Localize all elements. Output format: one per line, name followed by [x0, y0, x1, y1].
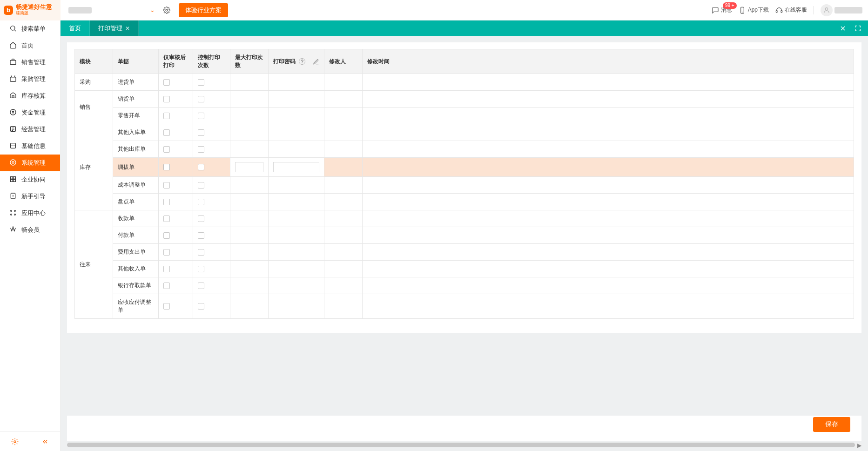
modify-time-cell	[363, 141, 854, 158]
home-icon	[9, 41, 17, 50]
only-audit-checkbox[interactable]	[163, 79, 170, 86]
close-all-tabs-button[interactable]	[837, 23, 848, 34]
control-checkbox[interactable]	[198, 215, 204, 222]
modifier-cell	[324, 227, 363, 244]
user-menu[interactable]	[821, 4, 862, 16]
industry-plan-button[interactable]: 体验行业方案	[179, 3, 228, 17]
content-scroll[interactable]: 模块 单据 仅审核后打印 控制打印次数 最大打印次数 打印密码 ?	[61, 36, 868, 416]
print-management-panel: 模块 单据 仅审核后打印 控制打印次数 最大打印次数 打印密码 ?	[67, 42, 861, 333]
svg-rect-15	[11, 143, 16, 148]
only-audit-checkbox[interactable]	[163, 182, 170, 188]
max-times-cell	[230, 158, 269, 177]
footer-bar: 保存	[67, 416, 861, 441]
top-header: b 畅捷通好生意 臻简版 ⌄ 体验行业方案 消息 99 + App下载 在线客服	[0, 0, 868, 20]
sidebar-item-guide[interactable]: 新手引导	[0, 188, 60, 205]
company-name-blur	[68, 7, 92, 13]
control-checkbox[interactable]	[198, 266, 204, 272]
app-download-button[interactable]: App下载	[739, 6, 769, 14]
only-audit-checkbox[interactable]	[163, 232, 170, 239]
control-checkbox[interactable]	[198, 164, 204, 170]
sidebar-item-vip[interactable]: 畅会员	[0, 222, 60, 238]
control-checkbox[interactable]	[198, 129, 204, 136]
tab-close-icon[interactable]: ✕	[125, 25, 130, 32]
table-row: 其他出库单	[75, 141, 854, 158]
control-checkbox[interactable]	[198, 182, 204, 188]
svg-point-27	[11, 214, 12, 215]
control-checkbox[interactable]	[198, 96, 204, 102]
control-checkbox[interactable]	[198, 79, 204, 86]
help-icon[interactable]: ?	[299, 58, 305, 65]
modify-time-cell	[363, 261, 854, 277]
only-audit-checkbox[interactable]	[163, 146, 170, 153]
sidebar-item-basic[interactable]: 基础信息	[0, 138, 60, 155]
only-audit-cell	[159, 194, 193, 210]
control-checkbox[interactable]	[198, 146, 204, 153]
online-service-button[interactable]: 在线客服	[775, 6, 807, 14]
scrollbar-thumb[interactable]	[67, 443, 855, 447]
module-cell: 销售	[75, 91, 113, 124]
password-cell	[269, 244, 324, 261]
control-checkbox[interactable]	[198, 113, 204, 119]
control-checkbox[interactable]	[198, 303, 204, 310]
batch-edit-button[interactable]	[313, 58, 319, 65]
only-audit-checkbox[interactable]	[163, 215, 170, 222]
password-cell	[269, 108, 324, 124]
control-checkbox[interactable]	[198, 249, 204, 256]
only-audit-cell	[159, 74, 193, 91]
tab-打印管理[interactable]: 打印管理✕	[90, 20, 139, 36]
sidebar-item-appcenter[interactable]: 应用中心	[0, 205, 60, 222]
svg-rect-22	[13, 179, 16, 182]
only-audit-checkbox[interactable]	[163, 129, 170, 136]
svg-point-24	[13, 195, 13, 196]
password-cell	[269, 124, 324, 141]
sidebar-settings-button[interactable]	[0, 431, 30, 451]
tab-首页[interactable]: 首页	[61, 20, 90, 36]
sidebar-item-purchase[interactable]: 采购管理	[0, 71, 60, 88]
only-audit-checkbox[interactable]	[163, 266, 170, 272]
sidebar: 搜索菜单首页销售管理采购管理库存核算资金管理经营管理基础信息系统管理企业协同新手…	[0, 20, 61, 451]
scrollbar-arrow-right[interactable]: ▶	[857, 442, 861, 449]
only-audit-checkbox[interactable]	[163, 283, 170, 289]
sidebar-item-sales[interactable]: 销售管理	[0, 54, 60, 71]
sidebar-item-fund[interactable]: 资金管理	[0, 104, 60, 121]
max-times-input[interactable]	[235, 162, 263, 172]
sidebar-item-home[interactable]: 首页	[0, 37, 60, 54]
only-audit-checkbox[interactable]	[163, 249, 170, 256]
fund-icon	[9, 108, 17, 117]
purchase-icon	[9, 75, 17, 84]
tab-label: 首页	[69, 24, 81, 33]
brand-logo[interactable]: b 畅捷通好生意 臻简版	[0, 0, 61, 20]
sidebar-item-system[interactable]: 系统管理	[0, 155, 60, 171]
sidebar-collapse-button[interactable]	[30, 431, 60, 451]
only-audit-checkbox[interactable]	[163, 199, 170, 205]
control-checkbox[interactable]	[198, 283, 204, 289]
only-audit-cell	[159, 210, 193, 227]
settings-button[interactable]	[160, 4, 173, 17]
modify-time-cell	[363, 210, 854, 227]
modifier-cell	[324, 124, 363, 141]
messages-badge: 99 +	[723, 2, 737, 9]
modifier-cell	[324, 158, 363, 177]
horizontal-scrollbar[interactable]: ▶	[67, 443, 861, 448]
max-times-cell	[230, 294, 269, 319]
svg-point-5	[825, 7, 828, 10]
company-selector[interactable]: ⌄	[65, 3, 158, 17]
only-audit-checkbox[interactable]	[163, 96, 170, 102]
sidebar-item-search[interactable]: 搜索菜单	[0, 20, 60, 37]
save-button[interactable]: 保存	[813, 417, 850, 432]
sidebar-item-collab[interactable]: 企业协同	[0, 171, 60, 188]
bill-cell: 调拔单	[113, 158, 159, 177]
messages-button[interactable]: 消息 99 +	[712, 6, 732, 14]
sidebar-item-operation[interactable]: 经营管理	[0, 121, 60, 138]
control-checkbox[interactable]	[198, 232, 204, 239]
sidebar-item-stock[interactable]: 库存核算	[0, 88, 60, 104]
only-audit-checkbox[interactable]	[163, 164, 170, 170]
fullscreen-button[interactable]	[852, 23, 863, 34]
only-audit-checkbox[interactable]	[163, 303, 170, 310]
only-audit-checkbox[interactable]	[163, 113, 170, 119]
close-icon	[839, 25, 847, 32]
svg-point-0	[166, 9, 168, 11]
password-input[interactable]	[273, 162, 319, 172]
control-checkbox[interactable]	[198, 199, 204, 205]
modify-time-cell	[363, 194, 854, 210]
